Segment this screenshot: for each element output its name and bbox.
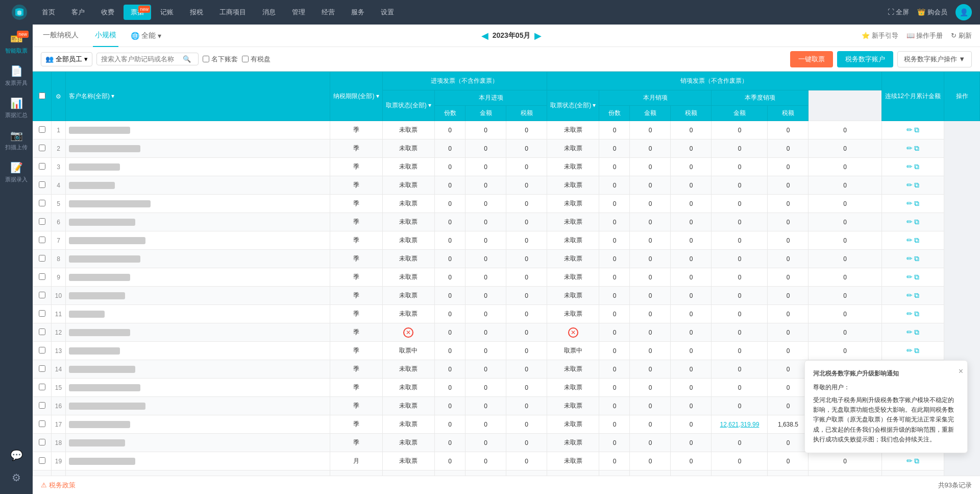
qtr-amt-link[interactable]: 12,621,319.99	[720, 421, 760, 428]
checkbox-taxpad[interactable]: 有税盘	[242, 55, 271, 64]
row-checkbox[interactable]	[33, 176, 52, 195]
next-month-btn[interactable]: ▶	[534, 30, 542, 41]
th-gear[interactable]: ⚙	[52, 72, 66, 121]
copy-btn[interactable]: ⧉	[914, 236, 919, 244]
nav-fee[interactable]: 收费	[94, 5, 121, 20]
tab-general[interactable]: 一般纳税人	[41, 25, 81, 47]
edit-btn[interactable]: ✏	[906, 181, 913, 189]
checkbox-taxpad-input[interactable]	[242, 56, 249, 62]
tax-digital-account-ops-btn[interactable]: 税务数字账户操作 ▼	[897, 51, 972, 67]
copy-btn[interactable]: ⧉	[914, 273, 919, 281]
edit-btn[interactable]: ✏	[906, 218, 913, 226]
search-input[interactable]	[101, 55, 183, 63]
nav-home[interactable]: 首页	[35, 5, 62, 20]
row-checkbox-input[interactable]	[39, 200, 45, 206]
th-customer-name[interactable]: 客户名称(全部) ▾	[66, 72, 330, 121]
row-checkbox[interactable]	[33, 231, 52, 250]
copy-btn[interactable]: ⧉	[914, 291, 919, 299]
th-in-status[interactable]: 取票状态(全部) ▾	[382, 90, 434, 121]
tax-digital-account-btn[interactable]: 税务数字账户	[837, 51, 893, 67]
nav-manage[interactable]: 管理	[285, 5, 312, 20]
row-checkbox-input[interactable]	[39, 181, 45, 188]
row-checkbox[interactable]	[33, 342, 52, 360]
tax-policy-link[interactable]: ⚠ 税务政策	[41, 481, 76, 490]
copy-btn[interactable]: ⧉	[914, 199, 919, 207]
row-checkbox[interactable]	[33, 379, 52, 397]
row-checkbox-input[interactable]	[39, 420, 45, 427]
row-checkbox[interactable]	[33, 360, 52, 379]
edit-btn[interactable]: ✏	[906, 254, 913, 263]
one-click-ticket-btn[interactable]: 一键取票	[790, 51, 833, 67]
nav-business[interactable]: 工商项目	[212, 5, 253, 20]
edit-btn[interactable]: ✏	[906, 126, 913, 134]
row-checkbox-input[interactable]	[39, 145, 45, 151]
copy-btn[interactable]: ⧉	[914, 126, 919, 134]
edit-btn[interactable]: ✏	[906, 236, 913, 244]
edit-btn[interactable]: ✏	[906, 328, 913, 336]
row-checkbox-input[interactable]	[39, 402, 45, 409]
prev-month-btn[interactable]: ◀	[481, 30, 488, 41]
copy-btn[interactable]: ⧉	[914, 144, 919, 152]
row-checkbox-input[interactable]	[39, 255, 45, 262]
edit-btn[interactable]: ✏	[906, 273, 913, 281]
th-period[interactable]: 纳税期限(全部) ▾	[330, 72, 382, 121]
nav-message[interactable]: 消息	[255, 5, 283, 20]
sidebar-item-invoice-open[interactable]: 📄 发票开具	[2, 61, 31, 91]
manual-btn[interactable]: 📖 操作手册	[906, 31, 943, 40]
member-btn[interactable]: 👑 购会员	[917, 8, 947, 17]
checkbox-account[interactable]: 名下账套	[203, 55, 238, 64]
app-logo[interactable]	[8, 1, 31, 23]
row-checkbox-input[interactable]	[39, 218, 45, 225]
nav-settings[interactable]: 设置	[374, 5, 401, 20]
edit-btn[interactable]: ✏	[906, 144, 913, 152]
nav-accounting[interactable]: 记账	[153, 5, 181, 20]
edit-btn[interactable]: ✏	[906, 457, 913, 465]
sidebar-item-ticket[interactable]: 🎫 智能取票 new	[2, 29, 31, 59]
fullscreen-btn[interactable]: ⛶ 全屏	[888, 8, 910, 17]
th-checkbox[interactable]	[33, 72, 52, 121]
edit-btn[interactable]: ✏	[906, 199, 913, 207]
nav-invoice[interactable]: 票据 new	[124, 5, 151, 20]
row-checkbox-input[interactable]	[39, 273, 45, 280]
row-checkbox-input[interactable]	[39, 439, 45, 445]
checkbox-account-input[interactable]	[203, 56, 209, 62]
nav-service[interactable]: 服务	[344, 5, 372, 20]
nav-tax[interactable]: 报税	[183, 5, 210, 20]
copy-btn[interactable]: ⧉	[914, 328, 919, 336]
nav-customer[interactable]: 客户	[64, 5, 92, 20]
sidebar-item-cfg[interactable]: ⚙	[2, 467, 31, 488]
copy-btn[interactable]: ⧉	[914, 346, 919, 355]
row-checkbox[interactable]	[33, 323, 52, 342]
row-checkbox[interactable]	[33, 195, 52, 213]
row-checkbox[interactable]	[33, 268, 52, 287]
tab-small[interactable]: 小规模	[93, 25, 118, 47]
edit-btn[interactable]: ✏	[906, 310, 913, 318]
row-checkbox[interactable]	[33, 471, 52, 476]
select-all-checkbox[interactable]	[39, 92, 45, 99]
sidebar-item-entry[interactable]: 📝 票据录入	[2, 157, 31, 187]
row-checkbox-input[interactable]	[39, 457, 45, 464]
th-out-status[interactable]: 取票状态(全部) ▾	[547, 90, 599, 121]
copy-btn[interactable]: ⧉	[914, 310, 919, 318]
copy-btn[interactable]: ⧉	[914, 457, 919, 465]
row-checkbox-input[interactable]	[39, 310, 45, 317]
sidebar-item-msg[interactable]: 💬	[2, 445, 31, 465]
refresh-btn[interactable]: ↻ 刷新	[951, 31, 972, 40]
row-checkbox[interactable]	[33, 213, 52, 231]
edit-btn[interactable]: ✏	[906, 291, 913, 299]
guide-btn[interactable]: ⭐ 新手引导	[862, 31, 898, 40]
row-checkbox-input[interactable]	[39, 163, 45, 170]
copy-btn[interactable]: ⧉	[914, 162, 919, 171]
nav-operation[interactable]: 经营	[314, 5, 342, 20]
row-checkbox[interactable]	[33, 452, 52, 471]
sidebar-item-scan[interactable]: 📷 扫描上传	[2, 125, 31, 155]
row-checkbox-input[interactable]	[39, 365, 45, 372]
sidebar-item-summary[interactable]: 📊 票据汇总	[2, 93, 31, 123]
row-checkbox-input[interactable]	[39, 384, 45, 390]
row-checkbox-input[interactable]	[39, 126, 45, 133]
row-checkbox[interactable]	[33, 139, 52, 158]
row-checkbox[interactable]	[33, 305, 52, 323]
row-checkbox[interactable]	[33, 415, 52, 434]
row-checkbox[interactable]	[33, 397, 52, 415]
row-checkbox[interactable]	[33, 250, 52, 268]
